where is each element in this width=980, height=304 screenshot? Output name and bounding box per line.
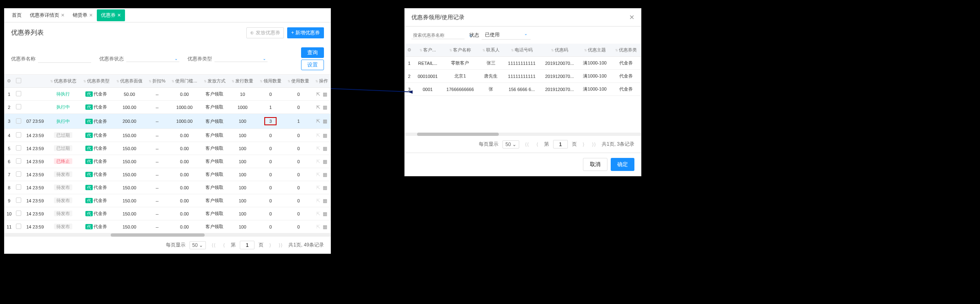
add-coupon-button[interactable]: + 新增优惠券 bbox=[287, 27, 324, 38]
row-checkbox[interactable] bbox=[16, 211, 21, 216]
share-icon[interactable]: ⇱ bbox=[316, 146, 320, 151]
column-header[interactable]: ⇅使用门槛... bbox=[168, 75, 201, 88]
tab-销货单[interactable]: 销货单✕ bbox=[69, 9, 97, 21]
tab-close-icon[interactable]: ✕ bbox=[117, 13, 121, 18]
claimed-count[interactable]: 0 bbox=[257, 129, 285, 142]
page-prev-icon[interactable]: ⟨ bbox=[221, 242, 227, 248]
claimed-count[interactable]: 0 bbox=[257, 88, 285, 101]
page-last-icon[interactable]: ⟩⟩ bbox=[590, 142, 598, 147]
row-checkbox[interactable] bbox=[16, 145, 21, 151]
claimed-count[interactable]: 0 bbox=[257, 168, 285, 181]
row-checkbox[interactable] bbox=[16, 171, 21, 177]
table-row[interactable]: 2 00010001 北京1 唐先生 11111111111 201912007… bbox=[405, 70, 641, 83]
modal-page-number-input[interactable] bbox=[553, 140, 568, 149]
column-header[interactable]: ⇅发放方式 bbox=[201, 75, 229, 88]
share-icon[interactable]: ⇱ bbox=[316, 133, 320, 138]
cancel-button[interactable]: 取消 bbox=[583, 158, 607, 171]
page-first-icon[interactable]: ⟨⟨ bbox=[523, 142, 531, 147]
table-row[interactable]: 3 0001 17666666666 张 156 6666 6... 20191… bbox=[405, 83, 641, 96]
table-row[interactable]: 3 07 23:59 执行中 代代金券 200.00 -- 1000.00 客户… bbox=[4, 114, 330, 129]
page-next-icon[interactable]: ⟩ bbox=[268, 242, 273, 248]
table-row[interactable]: 6 14 23:59 已终止 代代金券 150.00 -- 0.00 客户领取 … bbox=[4, 155, 330, 168]
page-number-input[interactable] bbox=[240, 241, 254, 249]
claimed-count[interactable]: 0 bbox=[257, 207, 285, 220]
column-header[interactable]: ⇅折扣% bbox=[146, 75, 168, 88]
page-prev-icon[interactable]: ⟨ bbox=[535, 142, 540, 147]
tab-优惠券详情页[interactable]: 优惠券详情页✕ bbox=[26, 9, 69, 21]
column-header[interactable]: ⇅电话号码 bbox=[503, 44, 540, 57]
page-next-icon[interactable]: ⟩ bbox=[581, 142, 586, 147]
table-row[interactable]: 10 14 23:59 待发布 代代金券 150.00 -- 0.00 客户领取… bbox=[4, 207, 330, 220]
column-header[interactable]: ⇅联系人 bbox=[479, 44, 503, 57]
modal-horizontal-scrollbar[interactable] bbox=[405, 133, 641, 136]
share-icon[interactable]: ⇱ bbox=[316, 104, 320, 110]
gear-icon[interactable]: ⚙ bbox=[7, 78, 11, 83]
page-first-icon[interactable]: ⟨⟨ bbox=[210, 242, 217, 248]
qrcode-icon[interactable]: ▦ bbox=[323, 146, 327, 151]
row-checkbox[interactable] bbox=[16, 132, 21, 138]
column-header[interactable]: ⇅领用数量 bbox=[257, 75, 285, 88]
setting-button[interactable]: 设置 bbox=[301, 60, 324, 70]
column-header[interactable]: ⇅优惠码 bbox=[540, 44, 578, 57]
share-icon[interactable]: ⇱ bbox=[316, 198, 320, 204]
qrcode-icon[interactable]: ▦ bbox=[323, 104, 327, 110]
column-header[interactable]: ⇅客户... bbox=[414, 44, 442, 57]
share-icon[interactable]: ⇱ bbox=[316, 91, 320, 97]
table-row[interactable]: 1 RETAIL... 零散客户 张三 11111111111 20191200… bbox=[405, 57, 641, 70]
tab-close-icon[interactable]: ✕ bbox=[61, 13, 65, 18]
qrcode-icon[interactable]: ▦ bbox=[323, 159, 327, 164]
row-checkbox[interactable] bbox=[16, 224, 21, 229]
column-header[interactable]: ⇅发行数量 bbox=[228, 75, 257, 88]
share-icon[interactable]: ⇱ bbox=[316, 211, 320, 217]
close-icon[interactable]: ✕ bbox=[629, 13, 634, 21]
qrcode-icon[interactable]: ▦ bbox=[323, 133, 327, 138]
row-checkbox[interactable] bbox=[16, 158, 21, 164]
table-row[interactable]: 2 执行中 代代金券 100.00 -- 1000.00 客户领取 1000 1… bbox=[4, 101, 330, 114]
table-row[interactable]: 7 14 23:59 待发布 代代金券 150.00 -- 0.00 客户领取 … bbox=[4, 168, 330, 181]
row-checkbox[interactable] bbox=[16, 197, 21, 203]
column-header[interactable]: ⇅使用数量 bbox=[285, 75, 313, 88]
row-checkbox[interactable] bbox=[16, 91, 21, 96]
claimed-count[interactable]: 1 bbox=[257, 101, 285, 114]
row-checkbox[interactable] bbox=[16, 104, 21, 109]
select-all-checkbox[interactable] bbox=[16, 78, 21, 83]
table-row[interactable]: 9 14 23:59 待发布 代代金券 150.00 -- 0.00 客户领取 … bbox=[4, 194, 330, 207]
tab-首页[interactable]: 首页 bbox=[8, 9, 26, 21]
table-row[interactable]: 11 14 23:59 待发布 代代金券 150.00 -- 0.00 客户领取… bbox=[4, 220, 330, 233]
modal-search-input[interactable] bbox=[413, 33, 469, 38]
tab-优惠券[interactable]: 优惠券✕ bbox=[97, 9, 125, 21]
coupon-status-select[interactable]: ⌄ bbox=[126, 55, 179, 62]
table-row[interactable]: 1 待执行 代代金券 50.00 -- 0.00 客户领取 10 0 0 ⇱▦ bbox=[4, 88, 330, 101]
column-header[interactable]: ⇅优惠主题 bbox=[579, 44, 611, 57]
qrcode-icon[interactable]: ▦ bbox=[323, 211, 327, 217]
table-row[interactable]: 4 14 23:59 已过期 代代金券 150.00 -- 0.00 客户领取 … bbox=[4, 129, 330, 142]
distribute-coupon-button[interactable]: ⊕ 发放优惠券 bbox=[246, 27, 284, 38]
qrcode-icon[interactable]: ▦ bbox=[323, 118, 327, 124]
qrcode-icon[interactable]: ▦ bbox=[323, 91, 327, 97]
share-icon[interactable]: ⇱ bbox=[316, 118, 320, 124]
claimed-count[interactable]: 3 bbox=[257, 114, 285, 129]
per-page-select[interactable]: 50 ⌄ bbox=[190, 241, 206, 249]
qrcode-icon[interactable]: ▦ bbox=[323, 224, 327, 230]
column-header[interactable]: ⇅操作 bbox=[313, 75, 330, 88]
tab-close-icon[interactable]: ✕ bbox=[89, 13, 93, 18]
share-icon[interactable]: ⇱ bbox=[316, 172, 320, 178]
gear-icon[interactable]: ⚙ bbox=[407, 47, 411, 52]
claimed-count[interactable]: 0 bbox=[257, 181, 285, 194]
claimed-count[interactable]: 0 bbox=[257, 194, 285, 207]
horizontal-scrollbar[interactable] bbox=[4, 233, 330, 237]
share-icon[interactable]: ⇱ bbox=[316, 224, 320, 230]
share-icon[interactable]: ⇱ bbox=[316, 185, 320, 191]
column-header[interactable]: ⇅优惠券面值 bbox=[113, 75, 146, 88]
modal-per-page-select[interactable]: 50 ⌄ bbox=[502, 140, 519, 149]
claimed-count[interactable]: 0 bbox=[257, 220, 285, 233]
row-checkbox[interactable] bbox=[16, 184, 21, 190]
search-button[interactable]: 查询 bbox=[301, 47, 324, 58]
claimed-count[interactable]: 0 bbox=[257, 155, 285, 168]
table-row[interactable]: 5 14 23:59 已过期 代代金券 150.00 -- 0.00 客户领取 … bbox=[4, 142, 330, 155]
claimed-count-highlighted[interactable]: 3 bbox=[264, 117, 277, 125]
share-icon[interactable]: ⇱ bbox=[316, 159, 320, 164]
column-header[interactable]: ⇅优惠券状态 bbox=[47, 75, 80, 88]
confirm-button[interactable]: 确定 bbox=[611, 158, 634, 171]
table-row[interactable]: 8 14 23:59 待发布 代代金券 150.00 -- 0.00 客户领取 … bbox=[4, 181, 330, 194]
